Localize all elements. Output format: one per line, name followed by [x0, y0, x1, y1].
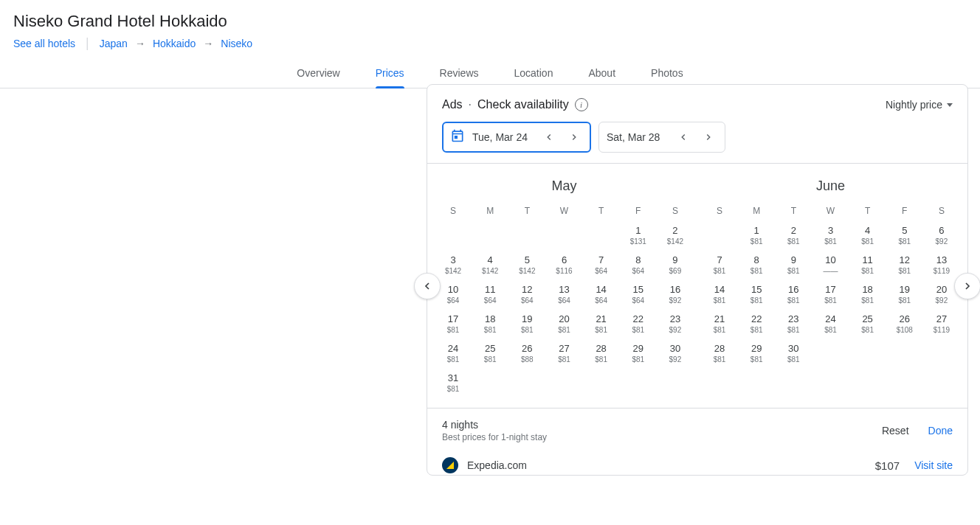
breadcrumb-link[interactable]: Japan — [100, 38, 128, 49]
arrow-right-icon: → — [203, 38, 213, 49]
breadcrumb: Japan→Hokkaido→Niseko — [100, 38, 252, 49]
tab-location[interactable]: Location — [514, 58, 553, 88]
tab-photos[interactable]: Photos — [651, 58, 683, 88]
separator: | — [86, 35, 89, 51]
breadcrumb-link[interactable]: Hokkaido — [153, 38, 196, 49]
tab-overview[interactable]: Overview — [297, 58, 339, 88]
breadcrumb-link[interactable]: Niseko — [221, 38, 252, 49]
tab-about[interactable]: About — [588, 58, 615, 88]
tab-reviews[interactable]: Reviews — [440, 58, 479, 88]
tab-prices[interactable]: Prices — [376, 58, 404, 88]
see-all-hotels-link[interactable]: See all hotels — [13, 38, 75, 49]
breadcrumb-row: See all hotels | Japan→Hokkaido→Niseko — [13, 35, 967, 58]
arrow-right-icon: → — [135, 38, 145, 49]
page-title: Niseko Grand Hotel Hokkaido — [13, 12, 967, 31]
availability-panel: Ads · Check availability i Nightly price… — [427, 84, 968, 88]
